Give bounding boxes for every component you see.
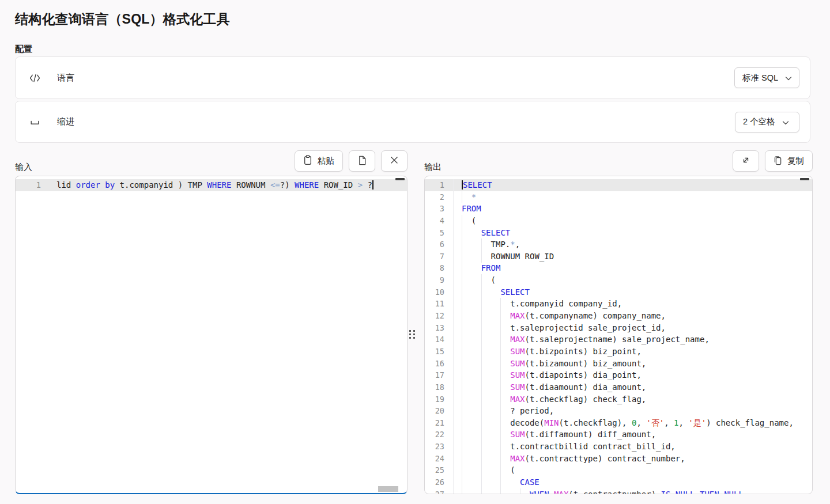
code-line[interactable]: 7 ROWNUM ROW_ID [425, 251, 812, 263]
language-dropdown-value: 标准 SQL [742, 73, 778, 84]
code-text: t.saleprojectid sale_project_id, [454, 322, 666, 334]
scrollbar-thumb-vertical[interactable] [800, 178, 809, 180]
code-line[interactable]: 4 ( [425, 215, 812, 227]
chevron-down-icon [782, 118, 789, 127]
indent-dropdown-value: 2 个空格 [743, 116, 775, 127]
line-number: 16 [425, 358, 454, 370]
code-line[interactable]: 11 t.companyid company_id, [425, 298, 812, 310]
line-number: 20 [425, 405, 454, 417]
chevron-down-icon [785, 73, 792, 82]
code-text: FROM [454, 203, 481, 215]
line-number: 7 [425, 251, 454, 263]
code-line[interactable]: 21 decode(MIN(t.checkflag), 0, '否', 1, '… [425, 417, 812, 429]
code-text: SELECT [454, 227, 510, 239]
code-text: t.contractbillid contract_bill_id, [454, 441, 676, 453]
line-number: 3 [425, 203, 454, 215]
scrollbar-thumb-vertical[interactable] [395, 178, 405, 180]
line-number: 17 [425, 369, 454, 381]
output-panel-header: 输出 复制 [424, 149, 813, 176]
line-number: 6 [425, 238, 454, 251]
code-line[interactable]: 20 ? period, [425, 405, 812, 417]
line-number: 9 [425, 274, 454, 286]
code-text: MAX(t.saleprojectname) sale_project_name… [454, 334, 710, 346]
code-line[interactable]: 25 ( [425, 464, 812, 476]
line-number: 15 [425, 346, 454, 358]
indent-label: 缩进 [57, 116, 74, 127]
sql-input-editor[interactable]: 1lid order by t.companyid ) TMP WHERE RO… [15, 176, 408, 494]
code-text: ( [454, 464, 515, 476]
code-text: * [454, 191, 476, 203]
code-text: decode(MIN(t.checkflag), 0, '否', 1, '是')… [454, 417, 794, 429]
close-icon [390, 156, 398, 166]
code-line[interactable]: 3FROM [425, 203, 812, 215]
code-text: ( [454, 274, 496, 286]
code-line[interactable]: 2 * [425, 191, 812, 203]
copy-button[interactable]: 复制 [765, 150, 813, 172]
code-text: MAX(t.contracttype) contract_number, [454, 453, 685, 465]
code-line[interactable]: 1SELECT [425, 179, 812, 191]
code-line[interactable]: 22 SUM(t.diffamount) diff_amount, [425, 429, 812, 441]
code-text: SUM(t.diaamount) dia_amount, [454, 381, 646, 393]
line-number: 25 [425, 464, 454, 476]
line-number: 18 [425, 381, 454, 393]
input-label: 输入 [15, 162, 32, 173]
code-line[interactable]: 17 SUM(t.diapoints) dia_point, [425, 369, 812, 381]
output-label: 输出 [424, 162, 442, 173]
code-text: SUM(t.bizpoints) biz_point, [454, 346, 642, 358]
code-line[interactable]: 18 SUM(t.diaamount) dia_amount, [425, 381, 812, 393]
language-label: 语言 [57, 73, 74, 84]
line-number: 26 [425, 476, 454, 488]
line-number: 4 [425, 215, 454, 227]
expand-button[interactable] [733, 150, 759, 172]
code-line[interactable]: 13 t.saleprojectid sale_project_id, [425, 322, 812, 334]
sql-output-editor[interactable]: 1SELECT2 *3FROM4 (5 SELECT6 TMP.*,7 ROWN… [424, 176, 813, 494]
line-number: 13 [425, 322, 454, 334]
line-number: 19 [425, 393, 454, 406]
new-document-button[interactable] [349, 150, 375, 172]
language-dropdown[interactable]: 标准 SQL [734, 67, 799, 88]
code-text: WHEN MAX(t.contractnumber) IS NULL THEN … [454, 488, 744, 494]
document-icon [358, 156, 367, 167]
indent-dropdown[interactable]: 2 个空格 [735, 112, 799, 132]
code-line[interactable]: 5 SELECT [425, 227, 812, 239]
code-text: SUM(t.diffamount) diff_amount, [454, 429, 656, 441]
code-line[interactable]: 24 MAX(t.contracttype) contract_number, [425, 453, 812, 465]
code-line[interactable]: 1lid order by t.companyid ) TMP WHERE RO… [16, 179, 407, 191]
code-line[interactable]: 15 SUM(t.bizpoints) biz_point, [425, 346, 812, 358]
line-number: 5 [425, 227, 454, 239]
line-number: 14 [425, 334, 454, 346]
copy-button-label: 复制 [787, 156, 804, 166]
clear-input-button[interactable] [381, 150, 408, 172]
line-number: 10 [425, 286, 454, 298]
line-number: 22 [425, 429, 454, 441]
code-line[interactable]: 9 ( [425, 274, 812, 286]
code-line[interactable]: 8 FROM [425, 262, 812, 274]
code-line[interactable]: 26 CASE [425, 476, 812, 488]
line-number: 1 [16, 179, 49, 191]
panel-resize-handle[interactable] [409, 330, 415, 339]
clipboard-icon [303, 155, 312, 167]
line-number: 1 [425, 179, 454, 191]
line-number: 23 [425, 441, 454, 453]
config-row-indent: 缩进 2 个空格 [15, 101, 810, 143]
code-line[interactable]: 6 TMP.*, [425, 238, 812, 251]
paste-button[interactable]: 粘贴 [295, 150, 343, 172]
code-line[interactable]: 14 MAX(t.saleprojectname) sale_project_n… [425, 334, 812, 346]
code-text: MAX(t.companyname) company_name, [454, 310, 666, 322]
code-line[interactable]: 27 WHEN MAX(t.contractnumber) IS NULL TH… [425, 488, 812, 494]
line-number: 21 [425, 417, 454, 429]
code-line[interactable]: 16 SUM(t.bizamount) biz_amount, [425, 358, 812, 370]
copy-icon [774, 156, 782, 167]
code-line[interactable]: 12 MAX(t.companyname) company_name, [425, 310, 812, 322]
code-line[interactable]: 10 SELECT [425, 286, 812, 298]
line-number: 11 [425, 298, 454, 310]
line-number: 2 [425, 191, 454, 203]
code-text: t.companyid company_id, [454, 298, 622, 310]
code-line[interactable]: 23 t.contractbillid contract_bill_id, [425, 441, 812, 453]
config-row-language: 语言 标准 SQL [15, 56, 810, 99]
code-line[interactable]: 19 MAX(t.checkflag) check_flag, [425, 393, 812, 406]
code-text: ? period, [454, 405, 554, 417]
space-icon [28, 116, 41, 128]
code-text: SELECT [454, 286, 530, 298]
scrollbar-thumb-horizontal[interactable] [378, 486, 398, 492]
